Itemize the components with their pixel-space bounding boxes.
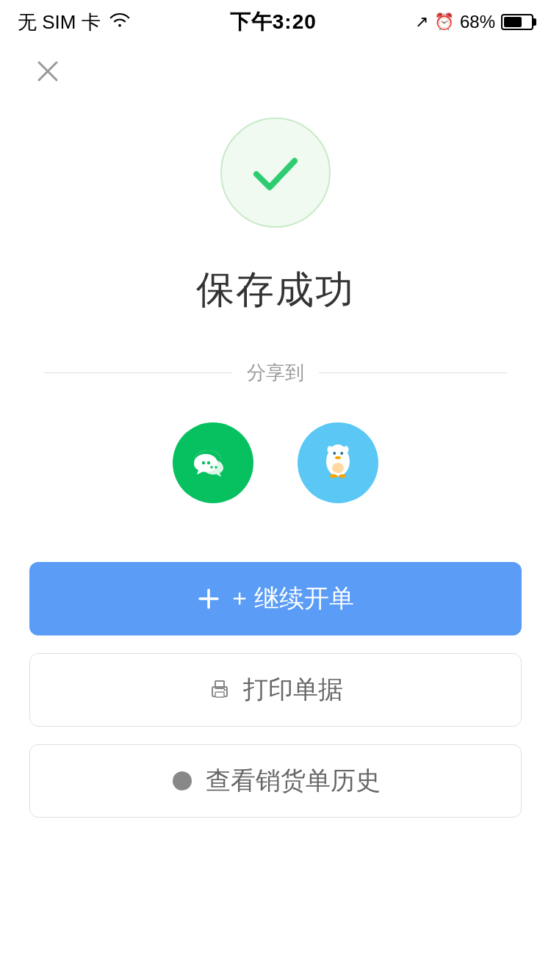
svg-point-20 xyxy=(328,446,333,453)
svg-point-13 xyxy=(334,453,335,454)
svg-point-14 xyxy=(341,453,342,454)
svg-point-27 xyxy=(224,689,226,691)
status-left: 无 SIM 卡 xyxy=(18,10,132,35)
status-right: ↗ ⏰ 68% xyxy=(415,12,533,32)
svg-point-18 xyxy=(330,475,337,478)
history-button[interactable]: 查看销货单历史 xyxy=(29,744,522,818)
history-label: 查看销货单历史 xyxy=(206,764,381,798)
alarm-icon: ⏰ xyxy=(434,12,454,32)
success-icon-circle xyxy=(220,118,331,228)
svg-point-21 xyxy=(344,446,349,453)
continue-button[interactable]: + 继续开单 xyxy=(29,562,522,635)
svg-point-7 xyxy=(215,466,217,469)
svg-point-4 xyxy=(202,461,205,464)
checkmark-icon xyxy=(246,143,305,202)
divider-left xyxy=(44,372,232,373)
svg-point-19 xyxy=(339,475,346,478)
sim-status: 无 SIM 卡 xyxy=(18,10,101,35)
share-qq-button[interactable] xyxy=(298,422,378,503)
print-button[interactable]: 打印单据 xyxy=(29,653,522,727)
plus-icon xyxy=(197,587,220,610)
share-wechat-button[interactable] xyxy=(173,422,253,503)
share-section: 分享到 xyxy=(0,360,551,386)
location-icon: ↗ xyxy=(415,12,428,32)
share-icons-row xyxy=(173,422,378,503)
wechat-icon xyxy=(190,439,237,486)
history-icon xyxy=(170,769,194,793)
svg-point-15 xyxy=(335,456,341,459)
action-buttons: + 继续开单 打印单据 查看销货单历史 xyxy=(0,562,551,818)
status-time: 下午3:20 xyxy=(230,8,317,36)
battery-icon xyxy=(501,14,533,30)
success-title: 保存成功 xyxy=(196,264,355,316)
svg-point-6 xyxy=(210,466,213,469)
qq-icon xyxy=(314,439,361,486)
battery-percent: 68% xyxy=(460,12,495,32)
share-label: 分享到 xyxy=(232,360,319,386)
print-icon xyxy=(208,678,231,702)
wifi-icon xyxy=(108,11,132,34)
close-button[interactable] xyxy=(29,53,66,90)
svg-point-5 xyxy=(207,461,210,464)
divider-right xyxy=(319,372,507,373)
svg-point-17 xyxy=(332,463,344,473)
svg-rect-26 xyxy=(215,692,224,697)
continue-label: + 继续开单 xyxy=(232,582,353,616)
print-label: 打印单据 xyxy=(243,673,343,707)
main-content: 保存成功 分享到 xyxy=(0,44,551,818)
status-bar: 无 SIM 卡 下午3:20 ↗ ⏰ 68% xyxy=(0,0,551,44)
